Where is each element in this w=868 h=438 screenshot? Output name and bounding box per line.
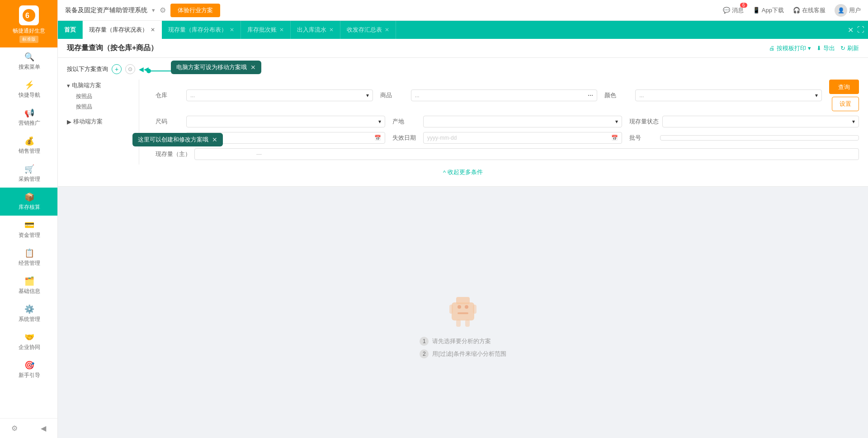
- user-label: 用户: [849, 6, 861, 14]
- tab-inventory-dist[interactable]: 现存量（库存分布表） ✕: [162, 21, 241, 39]
- sidebar-item-enterprise[interactable]: 🤝 企业协同: [0, 328, 57, 356]
- color-placeholder: ...: [639, 92, 644, 99]
- sidebar-bottom: ⚙ ◀: [0, 418, 57, 438]
- system-icon: ⚙️: [24, 304, 34, 314]
- expire-date-input[interactable]: yyyy-mm-dd 📅: [423, 132, 622, 144]
- refresh-button[interactable]: ↻ 刷新: [840, 44, 859, 52]
- sidebar-item-system[interactable]: ⚙️ 系统管理: [0, 300, 57, 328]
- logo-title: 畅捷通好生意: [13, 27, 45, 35]
- trial-button[interactable]: 体验行业方案: [170, 4, 220, 17]
- system-dropdown-icon[interactable]: ▾: [152, 7, 155, 14]
- empty-hint-2: 2 用[过滤]条件来缩小分析范围: [420, 349, 506, 358]
- tab-actions: ✕ ⛶: [848, 26, 868, 34]
- tab-receive-summary[interactable]: 收发存汇总表 ✕: [340, 21, 396, 39]
- filter-batch-no: 批号: [629, 134, 859, 142]
- tab-batch-account[interactable]: 库存批次账 ✕: [241, 21, 291, 39]
- tab-inventory-dist-close[interactable]: ✕: [230, 27, 234, 33]
- search-button[interactable]: 查询: [829, 80, 859, 94]
- mobile-scheme-group[interactable]: ▶ 移动端方案: [67, 116, 139, 127]
- inv-qty-max-input[interactable]: [265, 151, 320, 157]
- filter-row-2: 尺码 ▾ 产地 ▾: [156, 116, 859, 127]
- filter-origin: 产地 ▾: [392, 116, 622, 127]
- desktop-scheme-group[interactable]: ▾ 电脑端方案: [67, 80, 139, 91]
- sidebar-item-finance[interactable]: 💳 资金管理: [0, 216, 57, 244]
- tab-close-all-button[interactable]: ✕: [848, 26, 854, 34]
- goods-select[interactable]: ... ⋯: [411, 89, 598, 101]
- range-separator: —: [256, 151, 262, 157]
- finance-icon: 💳: [24, 220, 34, 230]
- print-label: 按模板打印: [777, 44, 806, 52]
- hint-1-number: 1: [420, 337, 429, 346]
- warehouse-select[interactable]: ... ▾: [186, 89, 373, 101]
- edit-tooltip-close[interactable]: ✕: [212, 136, 217, 143]
- origin-select[interactable]: ▾: [423, 116, 622, 127]
- connector-line-1: [151, 71, 171, 71]
- inv-status-dropdown-icon: ▾: [852, 118, 855, 125]
- tab-inventory-dist-label: 现存量（库存分布表）: [168, 26, 227, 34]
- tab-home[interactable]: 首页: [58, 21, 83, 39]
- svg-rect-2: [452, 302, 474, 320]
- online-service-button[interactable]: 🎧 在线客服: [793, 6, 826, 14]
- message-button[interactable]: 💬 消息 6: [723, 6, 744, 14]
- add-scheme-button[interactable]: +: [112, 64, 122, 74]
- warehouse-dropdown-icon: ▾: [366, 92, 369, 99]
- sidebar-item-label: 快捷导航: [19, 91, 40, 99]
- sidebar-item-label: 企业协同: [19, 344, 40, 351]
- empty-illustration: [440, 284, 486, 330]
- size-dropdown-icon: ▾: [378, 118, 381, 125]
- sidebar-item-basic[interactable]: 🗂️ 基础信息: [0, 272, 57, 300]
- desktop-scheme-sub-2[interactable]: 按照品: [67, 102, 139, 112]
- service-icon: 🎧: [793, 7, 800, 14]
- gear-button[interactable]: ⚙: [160, 6, 166, 14]
- sidebar-item-purchase[interactable]: 🛒 采购管理: [0, 160, 57, 188]
- settings-button[interactable]: ⚙: [11, 424, 18, 433]
- tab-inventory-status[interactable]: 现存量（库存状况表） ✕: [83, 21, 162, 39]
- export-label: 导出: [823, 44, 835, 52]
- sidebar-item-quicknav[interactable]: ⚡ 快捷导航: [0, 75, 57, 104]
- collapse-button[interactable]: ^ 收起更多条件: [67, 165, 859, 180]
- inv-qty-min-input[interactable]: [198, 151, 253, 157]
- sidebar-item-search[interactable]: 🔍 搜索菜单: [0, 47, 57, 75]
- sidebar-item-marketing[interactable]: 📢 营销推广: [0, 104, 57, 132]
- inv-qty-range[interactable]: —: [194, 148, 859, 160]
- tab-inout-flow[interactable]: 出入库流水 ✕: [291, 21, 340, 39]
- collapse-sidebar-button[interactable]: ◀: [41, 424, 46, 433]
- search-btn-group: 查询 设置: [829, 80, 859, 111]
- reset-button[interactable]: 设置: [832, 97, 859, 111]
- sidebar-menu: 🔍 搜索菜单 ⚡ 快捷导航 📢 营销推广 💰 销售管理 🛒 采购管理 📦 库存核…: [0, 47, 57, 418]
- copy-scheme-button[interactable]: ⊙: [125, 64, 135, 74]
- svg-rect-10: [465, 320, 470, 327]
- batch-no-label: 批号: [629, 134, 656, 142]
- content-area: 现存量查询（按仓库+商品） 🖨 按模板打印 ▾ ⬇ 导出 ↻ 刷新: [58, 39, 868, 438]
- batch-no-input[interactable]: [660, 135, 859, 141]
- app-download-button[interactable]: 📱 App下载: [753, 6, 784, 14]
- sidebar-item-sales[interactable]: 💰 销售管理: [0, 132, 57, 160]
- color-label: 颜色: [604, 91, 632, 99]
- user-menu[interactable]: 👤 用户: [835, 4, 861, 17]
- sidebar-item-operation[interactable]: 📋 经营管理: [0, 244, 57, 272]
- inv-status-select[interactable]: ▾: [662, 116, 859, 127]
- refresh-icon: ↻: [840, 45, 845, 52]
- tab-batch-account-close[interactable]: ✕: [279, 27, 284, 33]
- sidebar-item-inventory[interactable]: 📦 库存核算: [0, 188, 57, 216]
- color-select[interactable]: ... ▾: [635, 89, 822, 101]
- filter-inv-status: 现存量状态 ▾: [629, 116, 859, 127]
- empty-state: 1 请先选择要分析的方案 2 用[过滤]条件来缩小分析范围: [58, 187, 868, 438]
- service-label: 在线客服: [802, 6, 826, 14]
- hint-2-number: 2: [420, 349, 429, 358]
- empty-hints: 1 请先选择要分析的方案 2 用[过滤]条件来缩小分析范围: [420, 337, 506, 358]
- print-button[interactable]: 🖨 按模板打印 ▾: [769, 44, 811, 52]
- tab-expand-button[interactable]: ⛶: [857, 26, 864, 34]
- hint-2-text: 用[过滤]条件来缩小分析范围: [432, 350, 506, 358]
- add-tooltip-close[interactable]: ✕: [250, 64, 256, 71]
- sidebar-item-guide[interactable]: 🎯 新手引导: [0, 356, 57, 384]
- size-select[interactable]: ▾: [186, 116, 385, 127]
- tab-inout-flow-close[interactable]: ✕: [329, 27, 334, 33]
- origin-label: 产地: [392, 118, 420, 126]
- desktop-scheme-sub-1[interactable]: 按照品: [67, 91, 139, 102]
- sidebar: 6 畅捷通好生意 标准版 🔍 搜索菜单 ⚡ 快捷导航 📢 营销推广 💰 销售管理…: [0, 0, 58, 438]
- size-label: 尺码: [156, 118, 183, 126]
- tab-inventory-status-close[interactable]: ✕: [151, 27, 155, 33]
- export-button[interactable]: ⬇ 导出: [816, 44, 835, 52]
- tab-receive-summary-close[interactable]: ✕: [385, 27, 389, 33]
